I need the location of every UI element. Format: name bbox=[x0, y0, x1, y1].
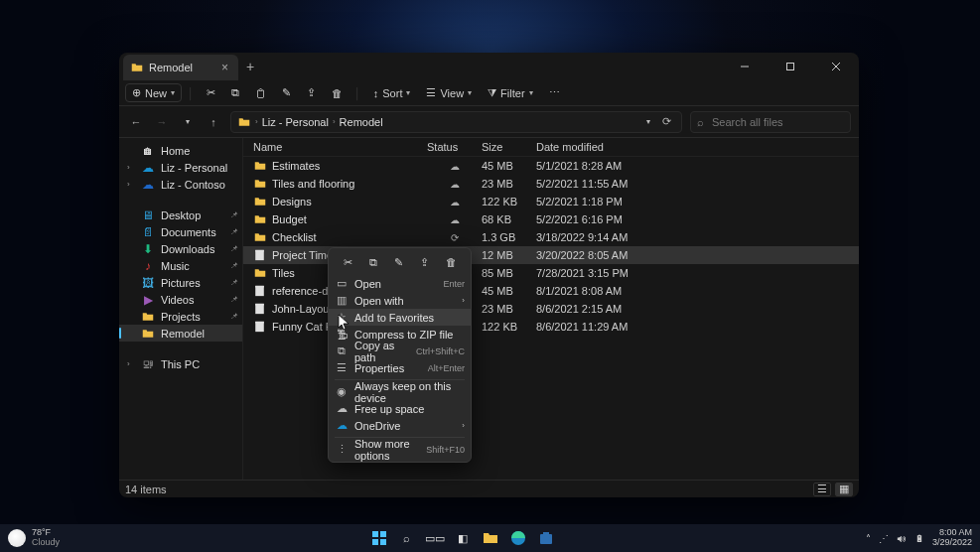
file-row[interactable]: Budget☁68 KB5/2/2021 6:16 PM bbox=[243, 210, 859, 228]
ctx-always-keep[interactable]: ◉ Always keep on this device bbox=[329, 383, 471, 400]
share-button[interactable]: ⇪ bbox=[301, 84, 322, 101]
close-button[interactable] bbox=[813, 53, 859, 80]
rename-button[interactable]: ✎ bbox=[276, 84, 297, 101]
paste-button[interactable]: 📋︎ bbox=[249, 85, 272, 101]
more-icon: ⋮ bbox=[335, 443, 349, 456]
filter-button[interactable]: ⧩ Filter ▾ bbox=[482, 84, 538, 101]
sidebar-label: Remodel bbox=[161, 328, 205, 340]
col-date[interactable]: Date modified bbox=[536, 141, 675, 153]
file-date: 8/6/2021 11:29 AM bbox=[536, 321, 675, 333]
view-button[interactable]: ☰ View ▾ bbox=[420, 84, 478, 101]
edge-icon[interactable] bbox=[508, 528, 528, 548]
sidebar-item-music[interactable]: ♪ Music 📌︎ bbox=[119, 257, 242, 274]
volume-icon[interactable]: 🔊︎ bbox=[897, 533, 907, 544]
battery-icon[interactable]: 🔋︎ bbox=[914, 533, 924, 544]
sidebar-item-this-pc[interactable]: › 🖳 This PC bbox=[119, 355, 242, 372]
search-box[interactable]: ⌕ bbox=[690, 111, 851, 133]
delete-button[interactable]: 🗑︎ bbox=[326, 85, 349, 101]
search-button[interactable]: ⌕ bbox=[397, 528, 417, 548]
task-view-button[interactable]: ▭▭ bbox=[425, 528, 445, 548]
new-button[interactable]: ⊕ New ▾ bbox=[125, 83, 182, 102]
ctx-properties[interactable]: ☰ Properties Alt+Enter bbox=[329, 359, 471, 376]
wifi-icon[interactable]: ⋰ bbox=[879, 533, 889, 544]
chevron-down-icon[interactable]: ▾ bbox=[642, 117, 654, 126]
sort-button[interactable]: ↕ Sort ▾ bbox=[367, 85, 417, 101]
system-tray[interactable]: ˄ ⋰ 🔊︎ 🔋︎ 8:00 AM 3/29/2022 bbox=[866, 528, 972, 548]
back-button[interactable]: ← bbox=[127, 116, 145, 128]
file-row[interactable]: Estimates☁45 MB5/1/2021 8:28 AM bbox=[243, 157, 859, 175]
ctx-label: Always keep on this device bbox=[354, 380, 465, 404]
folder-icon bbox=[253, 160, 266, 173]
sidebar-item-liz-personal[interactable]: › ☁ Liz - Personal bbox=[119, 159, 242, 176]
share-icon[interactable]: ⇪ bbox=[420, 256, 429, 269]
forward-button[interactable]: → bbox=[153, 116, 171, 128]
ctx-onedrive[interactable]: ☁ OneDrive › bbox=[329, 417, 471, 434]
sidebar-item-liz-contoso[interactable]: › ☁ Liz - Contoso bbox=[119, 176, 242, 193]
chevron-up-icon[interactable]: ˄ bbox=[866, 533, 871, 544]
chevron-right-icon[interactable]: › bbox=[127, 163, 135, 172]
ctx-copy-path[interactable]: ⧉ Copy as path Ctrl+Shift+C bbox=[329, 343, 471, 359]
taskbar[interactable]: 78°F Cloudy ⌕ ▭▭ ◧ ˄ ⋰ 🔊︎ 🔋︎ 8:00 AM 3/2… bbox=[0, 524, 980, 552]
sidebar-label: Videos bbox=[161, 294, 194, 306]
col-name[interactable]: Name bbox=[253, 141, 427, 153]
cut-icon[interactable]: ✂ bbox=[344, 256, 352, 269]
details-view-button[interactable]: ☰ bbox=[813, 483, 831, 496]
sidebar-item-projects[interactable]: Projects 📌︎ bbox=[119, 308, 242, 325]
maximize-button[interactable] bbox=[768, 53, 813, 80]
col-size[interactable]: Size bbox=[482, 141, 536, 153]
toolbar: ⊕ New ▾ │ ✂ ⧉ 📋︎ ✎ ⇪ 🗑︎ │ ↕ Sort ▾ ☰ Vie… bbox=[119, 80, 859, 106]
ctx-label: Open bbox=[354, 278, 437, 290]
refresh-button[interactable]: ⟳ bbox=[658, 115, 675, 128]
file-status: ☁ bbox=[427, 179, 482, 190]
up-button[interactable]: ↑ bbox=[205, 116, 222, 128]
rename-icon[interactable]: ✎ bbox=[394, 256, 403, 269]
cut-icon: ✂ bbox=[207, 86, 215, 99]
paste-icon: 📋︎ bbox=[255, 87, 266, 99]
explorer-icon[interactable] bbox=[481, 528, 500, 548]
rename-icon: ✎ bbox=[282, 86, 291, 99]
ctx-label: Show more options bbox=[354, 438, 420, 462]
new-tab-button[interactable]: + bbox=[246, 59, 254, 74]
ctx-show-more[interactable]: ⋮ Show more options Shift+F10 bbox=[329, 441, 471, 458]
more-button[interactable]: ⋯ bbox=[543, 84, 566, 101]
folder-icon bbox=[253, 231, 266, 244]
svg-rect-3 bbox=[255, 250, 264, 252]
breadcrumb-seg[interactable]: Remodel bbox=[340, 116, 383, 128]
breadcrumb[interactable]: › Liz - Personal › Remodel ▾ ⟳ bbox=[230, 111, 682, 133]
minimize-button[interactable] bbox=[722, 53, 768, 80]
taskbar-clock[interactable]: 8:00 AM 3/29/2022 bbox=[932, 528, 972, 548]
ctx-free-up[interactable]: ☁ Free up space bbox=[329, 400, 471, 417]
taskbar-weather[interactable]: 78°F Cloudy bbox=[8, 528, 60, 548]
cut-button[interactable]: ✂ bbox=[201, 84, 221, 101]
ctx-open[interactable]: ▭ Open Enter bbox=[329, 275, 471, 292]
col-status[interactable]: Status bbox=[427, 141, 482, 153]
chevron-down-icon[interactable]: ▾ bbox=[179, 117, 197, 126]
svg-rect-13 bbox=[380, 539, 386, 545]
copy-icon[interactable]: ⧉ bbox=[369, 256, 377, 269]
sidebar-item-remodel[interactable]: Remodel bbox=[119, 325, 242, 342]
widgets-button[interactable]: ◧ bbox=[453, 528, 473, 548]
file-date: 5/1/2021 8:28 AM bbox=[536, 160, 675, 172]
home-icon: 🏠︎ bbox=[141, 144, 155, 158]
copy-button[interactable]: ⧉ bbox=[225, 84, 245, 101]
file-row[interactable]: Tiles and flooring☁23 MB5/2/2021 11:55 A… bbox=[243, 175, 859, 193]
sidebar-item-desktop[interactable]: 🖥︎ Desktop 📌︎ bbox=[119, 207, 242, 223]
icons-view-button[interactable]: ▦ bbox=[835, 483, 853, 496]
window-tab[interactable]: Remodel × bbox=[123, 55, 238, 80]
chevron-right-icon[interactable]: › bbox=[127, 359, 135, 368]
sidebar-item-home[interactable]: 🏠︎ Home bbox=[119, 142, 242, 159]
sidebar-item-videos[interactable]: ▶ Videos 📌︎ bbox=[119, 291, 242, 308]
sidebar-item-documents[interactable]: 📄︎ Documents 📌︎ bbox=[119, 223, 242, 240]
store-icon[interactable] bbox=[536, 528, 556, 548]
sidebar-item-downloads[interactable]: ⬇ Downloads 📌︎ bbox=[119, 240, 242, 257]
breadcrumb-seg[interactable]: Liz - Personal bbox=[262, 116, 329, 128]
ctx-open-with[interactable]: ▥ Open with › bbox=[329, 292, 471, 309]
file-row[interactable]: Designs☁122 KB5/2/2021 1:18 PM bbox=[243, 193, 859, 210]
sidebar-item-pictures[interactable]: 🖼︎ Pictures 📌︎ bbox=[119, 274, 242, 291]
search-input[interactable] bbox=[710, 115, 844, 129]
chevron-right-icon[interactable]: › bbox=[127, 180, 135, 189]
start-button[interactable] bbox=[369, 528, 389, 548]
trash-icon[interactable]: 🗑︎ bbox=[446, 256, 457, 269]
file-row[interactable]: Checklist⟳1.3 GB3/18/2022 9:14 AM bbox=[243, 228, 859, 246]
close-tab-icon[interactable]: × bbox=[219, 61, 230, 74]
